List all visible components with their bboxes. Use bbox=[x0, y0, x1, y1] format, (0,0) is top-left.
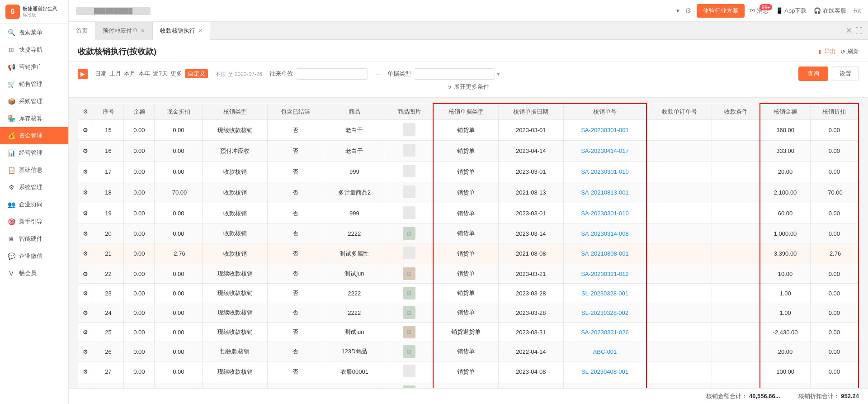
cell-goods_img: 🖼 bbox=[385, 264, 433, 284]
row-settings-icon[interactable]: ⚙ bbox=[78, 224, 93, 243]
row-settings-icon[interactable]: ⚙ bbox=[78, 141, 93, 162]
cell-bill_no[interactable]: SA-20230414-017 bbox=[563, 141, 646, 162]
sidebar-item-finance[interactable]: 💰 资金管理 bbox=[0, 127, 68, 144]
cell-bill_no[interactable]: SL-20230328-002 bbox=[563, 303, 646, 323]
online-service-link[interactable]: 🎧 在线客服 bbox=[814, 7, 846, 15]
row-settings-icon[interactable]: ⚙ bbox=[78, 382, 93, 389]
row-settings-icon[interactable]: ⚙ bbox=[78, 264, 93, 284]
sidebar-item-basic[interactable]: 📋 基础信息 bbox=[0, 162, 68, 179]
query-button[interactable]: 查询 bbox=[798, 67, 828, 81]
cell-bill_no[interactable]: SA-20210808-001 bbox=[563, 243, 646, 264]
industry-button[interactable]: 体验行业方案 bbox=[697, 4, 745, 18]
cell-bill_no[interactable]: SA-20230301-001 bbox=[563, 120, 646, 141]
date-this-month[interactable]: 本月 bbox=[124, 70, 136, 78]
row-settings-icon[interactable]: ⚙ bbox=[78, 284, 93, 303]
close-all-icon[interactable]: ✕ bbox=[846, 26, 852, 35]
cell-bill_no[interactable]: SL-20230408-001 bbox=[563, 361, 646, 382]
cell-bill_no[interactable]: SL-20230328-001 bbox=[563, 284, 646, 303]
cell-goods: 衣服00001 bbox=[324, 361, 385, 382]
user-name[interactable]: Rit bbox=[854, 7, 861, 14]
filter-toggle-btn[interactable]: ▶ bbox=[78, 69, 88, 79]
bill-no-link[interactable]: SA-20230331-026 bbox=[581, 329, 629, 336]
table-row: ⚙200.000.00收款核销否2222🖼销货单2023-03-14SA-202… bbox=[78, 224, 859, 243]
settings-icon[interactable]: ⚙ bbox=[685, 6, 691, 15]
cell-bill_date: 2023-04-14 bbox=[498, 141, 563, 162]
cell-bill_type: 销货单 bbox=[433, 162, 498, 182]
sidebar-item-guide[interactable]: 🎯 新手引导 bbox=[0, 213, 68, 230]
export-button[interactable]: ⬆ 导出 bbox=[817, 48, 836, 56]
cell-bill_no[interactable]: SA-20210813-001 bbox=[563, 182, 646, 203]
sidebar-item-member[interactable]: V 畅会员 bbox=[0, 265, 68, 282]
cell-bill_no[interactable]: SA-20230301-010 bbox=[563, 203, 646, 224]
sidebar-item-operation[interactable]: 📊 经营管理 bbox=[0, 144, 68, 162]
bill-no-link[interactable]: SL-20230328-001 bbox=[581, 290, 628, 297]
row-settings-icon[interactable]: ⚙ bbox=[78, 303, 93, 323]
row-settings-icon[interactable]: ⚙ bbox=[78, 203, 93, 224]
date-7days[interactable]: 近7天 bbox=[153, 70, 168, 78]
receipt-type-input[interactable] bbox=[414, 68, 495, 80]
sidebar-item-search[interactable]: 🔍 搜索菜单 bbox=[0, 24, 68, 41]
expand-conditions-button[interactable]: ∨ 展开更多条件 bbox=[448, 83, 489, 91]
bill-no-link[interactable]: SA-20210813-001 bbox=[581, 189, 629, 196]
sidebar-item-inventory[interactable]: 🏪 库存核算 bbox=[0, 110, 68, 127]
bill-no-link[interactable]: SA-20210808-001 bbox=[581, 250, 629, 257]
cell-seq: 22 bbox=[93, 264, 124, 284]
topbar-dropdown[interactable]: ▾ bbox=[676, 7, 679, 14]
tab-close-collect[interactable]: ✕ bbox=[198, 28, 203, 34]
sidebar-label-collab: 企业协同 bbox=[19, 200, 42, 209]
bill-no-link[interactable]: SL-20230328-002 bbox=[581, 309, 628, 316]
bill-no-link[interactable]: SL-20230408-001 bbox=[581, 368, 628, 375]
sidebar-item-purchase[interactable]: 📦 采购管理 bbox=[0, 93, 68, 110]
cell-cancel_type: 收款核销 bbox=[203, 224, 268, 243]
sidebar-item-system[interactable]: ⚙ 系统管理 bbox=[0, 179, 68, 196]
maximize-icon[interactable]: ⛶ bbox=[855, 27, 863, 35]
table-body: ⚙150.000.00现续收款核销否老白干销货单2023-03-01SA-202… bbox=[78, 120, 859, 389]
bill-no-link[interactable]: SA-20230301-010 bbox=[581, 210, 629, 217]
sidebar-item-sales[interactable]: 🛒 销售管理 bbox=[0, 76, 68, 93]
cell-seq: 16 bbox=[93, 141, 124, 162]
filter-settings-button[interactable]: 设置 bbox=[832, 67, 859, 81]
tabbar-actions: ✕ ⛶ bbox=[846, 26, 868, 35]
cell-bill_no[interactable]: SA-20230301-010 bbox=[563, 162, 646, 182]
refresh-button[interactable]: ↺ 刷新 bbox=[840, 48, 859, 56]
cell-bill_no[interactable]: ABC-001 bbox=[563, 342, 646, 361]
date-custom[interactable]: 自定义 bbox=[185, 69, 208, 78]
bill-no-link[interactable]: SA-20230314-008 bbox=[581, 230, 629, 237]
bill-no-link[interactable]: ABC-001 bbox=[593, 348, 617, 355]
sidebar-item-wechat[interactable]: 💬 企业微信 bbox=[0, 247, 68, 265]
message-icon-area[interactable]: ✉ 消息 99+ bbox=[750, 7, 769, 15]
row-settings-icon[interactable]: ⚙ bbox=[78, 323, 93, 342]
cell-bill_no[interactable]: SA-20230331-026 bbox=[563, 323, 646, 342]
cell-bill_no[interactable]: SA-20230321-012 bbox=[563, 264, 646, 284]
message-badge: 99+ bbox=[760, 4, 773, 10]
date-last-month[interactable]: 上月 bbox=[109, 70, 121, 78]
date-this-year[interactable]: 本年 bbox=[138, 70, 150, 78]
tab-close-prepay[interactable]: ✕ bbox=[141, 28, 145, 34]
row-settings-icon[interactable]: ⚙ bbox=[78, 182, 93, 203]
row-settings-icon[interactable]: ⚙ bbox=[78, 342, 93, 361]
sidebar-item-collab[interactable]: 👥 企业协同 bbox=[0, 196, 68, 213]
bill-no-link[interactable]: SA-20230321-012 bbox=[581, 271, 629, 277]
bill-no-link[interactable]: SA-20230301-001 bbox=[581, 127, 629, 133]
app-download-link[interactable]: 📱 App下载 bbox=[776, 7, 807, 15]
row-settings-icon[interactable]: ⚙ bbox=[78, 162, 93, 182]
settings-gear-icon[interactable]: ⚙ bbox=[83, 108, 88, 115]
sidebar-item-hardware[interactable]: 🖥 智能硬件 bbox=[0, 230, 68, 247]
tab-home[interactable]: 首页 bbox=[69, 22, 95, 40]
bill-no-link[interactable]: SA-20230414-017 bbox=[581, 147, 629, 154]
bill-no-link[interactable]: SA-20230301-010 bbox=[581, 168, 629, 175]
sidebar-label-sales: 销售管理 bbox=[19, 80, 42, 88]
date-more[interactable]: 更多 bbox=[170, 70, 182, 78]
cell-bill_no[interactable]: SL-20230418-001 bbox=[563, 382, 646, 389]
row-settings-icon[interactable]: ⚙ bbox=[78, 243, 93, 264]
cell-balance: 0.00 bbox=[124, 323, 155, 342]
row-settings-icon[interactable]: ⚙ bbox=[78, 361, 93, 382]
cell-bill_no[interactable]: SA-20230314-008 bbox=[563, 224, 646, 243]
tab-collect[interactable]: 收款核销执行✕ bbox=[153, 22, 210, 40]
sidebar-item-quicknav[interactable]: ⊞ 快捷导航 bbox=[0, 41, 68, 58]
tab-prepay[interactable]: 预付冲应付单✕ bbox=[95, 22, 153, 40]
row-settings-icon[interactable]: ⚙ bbox=[78, 120, 93, 141]
from-unit-input[interactable] bbox=[296, 68, 368, 80]
sidebar-item-marketing[interactable]: 📢 营销推广 bbox=[0, 58, 68, 76]
receipt-type-dropdown-icon[interactable]: ▾ bbox=[497, 71, 500, 77]
